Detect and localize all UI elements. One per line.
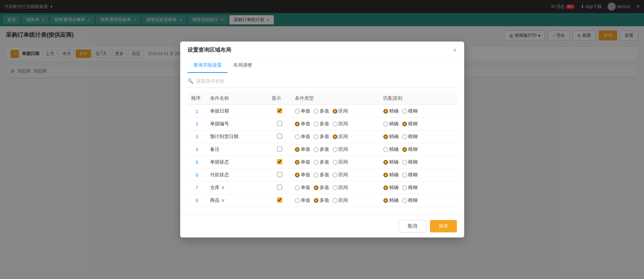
type-radio[interactable] bbox=[333, 160, 337, 165]
match-radio-item[interactable]: 精确 bbox=[383, 172, 399, 178]
match-radio-item[interactable]: 模糊 bbox=[402, 133, 418, 140]
type-radio[interactable] bbox=[314, 147, 319, 152]
save-button[interactable]: 保存 bbox=[430, 220, 457, 232]
match-radio-item[interactable]: 模糊 bbox=[402, 121, 418, 127]
type-radio[interactable] bbox=[295, 173, 300, 177]
type-radio-item[interactable]: 区间 bbox=[333, 121, 348, 127]
match-radio-item[interactable]: 精确 bbox=[383, 121, 399, 127]
match-radio-item[interactable]: 模糊 bbox=[402, 146, 418, 153]
row-show-checkbox[interactable] bbox=[277, 172, 282, 177]
match-radio[interactable] bbox=[383, 122, 388, 126]
type-radio-item[interactable]: 多值 bbox=[314, 159, 329, 165]
match-radio-item[interactable]: 模糊 bbox=[402, 159, 418, 165]
match-radio[interactable] bbox=[402, 147, 407, 152]
match-radio[interactable] bbox=[402, 122, 407, 126]
row-show-checkbox[interactable] bbox=[277, 197, 282, 203]
row-show-checkbox[interactable] bbox=[277, 121, 282, 126]
match-radio[interactable] bbox=[402, 160, 407, 165]
match-radio[interactable] bbox=[383, 160, 388, 165]
type-radio[interactable] bbox=[333, 198, 337, 203]
type-radio[interactable] bbox=[295, 147, 300, 152]
type-radio[interactable] bbox=[333, 109, 337, 114]
row-type-cell: 单值多值区间 bbox=[291, 207, 380, 209]
cancel-button[interactable]: 取消 bbox=[399, 220, 426, 232]
type-radio-item[interactable]: 单值 bbox=[295, 133, 310, 140]
type-radio-item[interactable]: 区间 bbox=[333, 133, 348, 140]
type-radio-item[interactable]: 单值 bbox=[295, 146, 310, 153]
type-radio-item[interactable]: 区间 bbox=[333, 146, 348, 153]
type-radio[interactable] bbox=[295, 198, 300, 203]
type-radio-item[interactable]: 区间 bbox=[333, 184, 348, 191]
row-show-checkbox[interactable] bbox=[277, 159, 282, 164]
type-radio[interactable] bbox=[295, 109, 300, 114]
type-radio[interactable] bbox=[314, 109, 319, 114]
type-radio[interactable] bbox=[314, 185, 319, 190]
type-radio-item[interactable]: 多值 bbox=[314, 108, 329, 114]
match-radio[interactable] bbox=[383, 198, 388, 203]
row-show-checkbox[interactable] bbox=[277, 134, 282, 139]
row-show-checkbox[interactable] bbox=[277, 185, 282, 190]
row-type-cell: 单值多值区间 bbox=[291, 105, 380, 118]
type-radio-item[interactable]: 区间 bbox=[333, 108, 348, 114]
type-radio-item[interactable]: 单值 bbox=[295, 108, 310, 114]
row-show-checkbox-cell bbox=[268, 105, 291, 118]
type-radio[interactable] bbox=[314, 134, 319, 139]
type-radio-item[interactable]: 多值 bbox=[314, 184, 329, 191]
type-radio[interactable] bbox=[295, 160, 300, 165]
match-radio-item[interactable]: 模糊 bbox=[402, 184, 418, 191]
type-radio[interactable] bbox=[314, 122, 319, 126]
modal-tab-layout[interactable]: 布局调整 bbox=[228, 58, 258, 73]
row-show-checkbox[interactable] bbox=[277, 108, 282, 113]
match-radio[interactable] bbox=[402, 198, 407, 203]
type-radio[interactable] bbox=[333, 134, 337, 139]
match-radio-item[interactable]: 精确 bbox=[383, 197, 399, 204]
type-radio-item[interactable]: 多值 bbox=[314, 172, 329, 178]
match-radio[interactable] bbox=[383, 134, 388, 139]
type-radio[interactable] bbox=[333, 122, 337, 126]
type-radio-item[interactable]: 区间 bbox=[333, 197, 348, 204]
row-show-checkbox[interactable] bbox=[277, 146, 282, 152]
type-radio-item[interactable]: 单值 bbox=[295, 197, 310, 204]
type-radio[interactable] bbox=[295, 122, 300, 126]
match-radio[interactable] bbox=[383, 147, 388, 152]
type-radio-item[interactable]: 单值 bbox=[295, 184, 310, 191]
match-radio-item[interactable]: 精确 bbox=[383, 159, 399, 165]
match-radio[interactable] bbox=[402, 134, 407, 139]
th-name: 条件名称 bbox=[206, 92, 268, 105]
type-radio-item[interactable]: 单值 bbox=[295, 121, 310, 127]
match-radio-item[interactable]: 精确 bbox=[383, 133, 399, 140]
type-radio[interactable] bbox=[333, 147, 337, 152]
match-radio-item[interactable]: 模糊 bbox=[402, 108, 418, 114]
type-radio-item[interactable]: 多值 bbox=[314, 197, 329, 204]
type-radio[interactable] bbox=[314, 160, 319, 165]
match-radio-item[interactable]: 精确 bbox=[383, 108, 399, 114]
match-radio[interactable] bbox=[383, 173, 388, 177]
type-radio[interactable] bbox=[333, 173, 337, 177]
match-radio-item[interactable]: 精确 bbox=[383, 184, 399, 191]
type-radio[interactable] bbox=[314, 173, 319, 177]
row-condition-name: 单据状态 bbox=[206, 156, 268, 169]
search-input[interactable] bbox=[196, 78, 457, 84]
match-radio[interactable] bbox=[402, 109, 407, 114]
type-radio-item[interactable]: 单值 bbox=[295, 172, 310, 178]
type-radio[interactable] bbox=[314, 198, 319, 203]
type-radio[interactable] bbox=[295, 185, 300, 190]
match-radio-item[interactable]: 模糊 bbox=[402, 197, 418, 204]
type-radio-item[interactable]: 多值 bbox=[314, 133, 329, 140]
modal-tab-query-fields[interactable]: 查询字段设置 bbox=[187, 58, 228, 73]
match-radio-item[interactable]: 精确 bbox=[383, 146, 399, 153]
match-radio[interactable] bbox=[383, 109, 388, 114]
type-radio-item[interactable]: 多值 bbox=[314, 146, 329, 153]
type-radio-item[interactable]: 单值 bbox=[295, 159, 310, 165]
match-radio[interactable] bbox=[402, 185, 407, 190]
match-radio[interactable] bbox=[402, 173, 407, 177]
type-radio-item[interactable]: 多值 bbox=[314, 121, 329, 127]
modal-close-btn[interactable]: × bbox=[453, 47, 457, 58]
row-type-cell: 单值多值区间 bbox=[291, 143, 380, 156]
match-radio-item[interactable]: 模糊 bbox=[402, 172, 418, 178]
type-radio-item[interactable]: 区间 bbox=[333, 172, 348, 178]
type-radio[interactable] bbox=[333, 185, 337, 190]
match-radio[interactable] bbox=[383, 185, 388, 190]
type-radio-item[interactable]: 区间 bbox=[333, 159, 348, 165]
type-radio[interactable] bbox=[295, 134, 300, 139]
